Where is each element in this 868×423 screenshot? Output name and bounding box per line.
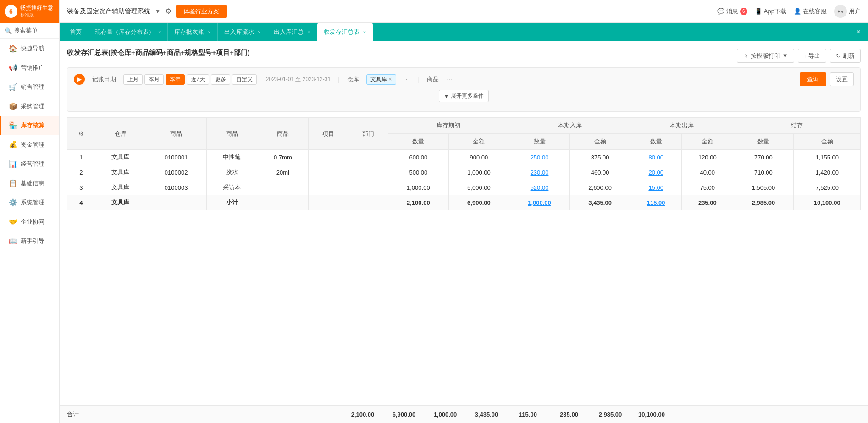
out-qty-cell[interactable]: 15.00 [630, 180, 682, 195]
tab-inout-summary[interactable]: 出入库汇总 × [267, 23, 317, 41]
in-qty-cell[interactable]: 1,000.00 [509, 195, 569, 210]
footer-values: 2,100.00 6,900.00 1,000.00 3,435.00 115.… [122, 411, 861, 418]
sidebar-item-inventory[interactable]: 🏪 库存核算 [0, 116, 59, 135]
project-cell [309, 165, 348, 180]
print-btn[interactable]: 🖨 按模版打印 ▼ [737, 49, 794, 63]
inventory-icon: 🏪 [9, 121, 17, 130]
date-btn-7days[interactable]: 近7天 [187, 74, 209, 85]
sidebar-item-quick-nav[interactable]: 🏠 快捷导航 [0, 39, 59, 58]
sidebar-item-marketing[interactable]: 📢 营销推广 [0, 58, 59, 77]
tab-close-inout-summary[interactable]: × [307, 29, 310, 35]
warehouse-cell: 文具库 [95, 165, 146, 180]
date-btn-this-month[interactable]: 本月 [144, 74, 164, 85]
dept-cell [348, 150, 388, 165]
table-row: 2文具库0100002胶水20ml500.001,000.00230.00460… [67, 165, 861, 180]
in-qty-cell[interactable]: 520.00 [509, 180, 569, 195]
seq-cell: 4 [67, 195, 95, 210]
sidebar-item-purchase[interactable]: 📦 采购管理 [0, 97, 59, 116]
balance-qty-cell: 770.00 [733, 150, 794, 165]
tab-close-receive-summary[interactable]: × [363, 29, 366, 35]
name-cell: 中性笔 [206, 150, 257, 165]
system-icon: ⚙️ [9, 198, 17, 207]
in-amt-cell: 2,600.00 [570, 180, 630, 195]
out-qty-cell[interactable]: 80.00 [630, 150, 682, 165]
sidebar-item-label: 营销推广 [21, 64, 44, 72]
seq-cell: 1 [67, 150, 95, 165]
logo-icon: 6 [5, 5, 17, 18]
in-qty-cell[interactable]: 230.00 [509, 165, 569, 180]
date-btn-more[interactable]: 更多 [211, 74, 230, 85]
expand-arrow-btn[interactable]: ▶ [74, 74, 85, 85]
th-balance-qty: 数量 [733, 134, 794, 150]
footer-balance-qty: 2,985.00 [590, 411, 631, 418]
spec-cell [257, 195, 309, 210]
tab-batch-account[interactable]: 库存批次账 × [168, 23, 217, 41]
app-download-item[interactable]: 📱 App下载 [755, 7, 786, 16]
code-cell: 0100002 [146, 165, 206, 180]
warehouse-label: 仓库 [347, 75, 359, 83]
tab-close-inout-flow[interactable]: × [258, 29, 260, 35]
th-spec: 商品 [257, 118, 309, 150]
tab-inout-flow[interactable]: 出入库流水 × [218, 23, 267, 41]
goods-more-dots[interactable]: ··· [446, 76, 453, 82]
tab-bar-close-btn[interactable]: × [853, 28, 864, 36]
sidebar-item-label: 库存核算 [21, 121, 44, 130]
refresh-label: 刷新 [843, 52, 855, 60]
tab-home-label: 首页 [70, 28, 82, 36]
sidebar-item-operations[interactable]: 📊 经营管理 [0, 154, 59, 174]
th-name: 商品 [206, 118, 257, 150]
sidebar-item-system[interactable]: ⚙️ 系统管理 [0, 193, 59, 212]
sidebar-item-finance[interactable]: 💰 资金管理 [0, 135, 59, 154]
header-left: 装备及固定资产辅助管理系统 ▼ ⚙ 体验行业方案 [67, 5, 227, 18]
refresh-btn[interactable]: ↻ 刷新 [830, 49, 861, 63]
opening-qty-cell: 2,100.00 [388, 195, 448, 210]
opening-qty-cell: 500.00 [388, 165, 448, 180]
sidebar-item-label: 销售管理 [21, 83, 44, 91]
date-label: 记账日期 [92, 75, 116, 83]
out-qty-cell[interactable]: 20.00 [630, 165, 682, 180]
tab-home[interactable]: 首页 [63, 23, 88, 41]
settings-text-btn[interactable]: 设置 [830, 72, 854, 86]
opening-amt-cell: 900.00 [448, 150, 509, 165]
header-dropdown[interactable]: ▼ [155, 8, 160, 15]
message-badge: 6 [740, 8, 747, 15]
tab-batch-account-label: 库存批次账 [174, 28, 204, 36]
opening-amt-cell: 5,000.00 [448, 180, 509, 195]
th-opening-qty: 数量 [388, 134, 448, 150]
project-cell [309, 195, 348, 210]
out-qty-cell[interactable]: 115.00 [630, 195, 682, 210]
balance-amt-cell: 10,100.00 [794, 195, 861, 210]
experience-btn[interactable]: 体验行业方案 [176, 5, 227, 18]
header-settings-icon[interactable]: ⚙ [165, 7, 171, 16]
tab-close-inventory-dist[interactable]: × [158, 29, 161, 35]
expand-more-conditions-btn[interactable]: ▼ 展开更多条件 [439, 90, 489, 102]
export-btn[interactable]: ↑ 导出 [798, 49, 827, 63]
project-cell [309, 150, 348, 165]
footer-in-amt: 3,435.00 [466, 411, 507, 418]
tab-inventory-dist[interactable]: 现存量（库存分布表） × [88, 23, 168, 41]
tab-inventory-dist-label: 现存量（库存分布表） [95, 28, 155, 36]
sidebar-item-enterprise[interactable]: 🤝 企业协同 [0, 212, 59, 231]
query-btn[interactable]: 查询 [800, 72, 826, 86]
th-settings[interactable]: ⚙ [67, 118, 95, 150]
search-menu[interactable]: 🔍 搜索菜单 [0, 23, 59, 39]
in-qty-cell[interactable]: 250.00 [509, 150, 569, 165]
user-item[interactable]: Ea 用户 [834, 5, 861, 18]
sidebar-item-sales[interactable]: 🛒 销售管理 [0, 77, 59, 97]
date-btn-this-year[interactable]: 本年 [166, 74, 185, 85]
sidebar-item-guide[interactable]: 📖 新手引导 [0, 231, 59, 251]
online-service-item[interactable]: 👤 在线客服 [794, 7, 827, 16]
message-item[interactable]: 💬 消息 6 [717, 7, 747, 16]
tab-receive-summary[interactable]: 收发存汇总表 × [317, 23, 373, 41]
name-cell: 胶水 [206, 165, 257, 180]
warehouse-more-dots[interactable]: ··· [404, 76, 411, 82]
sales-icon: 🛒 [9, 83, 17, 91]
seq-cell: 2 [67, 165, 95, 180]
tab-close-batch-account[interactable]: × [208, 29, 210, 35]
warehouse-tag-close-btn[interactable]: × [389, 76, 392, 82]
guide-icon: 📖 [9, 237, 17, 245]
date-btn-custom[interactable]: 自定义 [232, 74, 257, 85]
sidebar-item-label: 新手引导 [21, 237, 44, 245]
date-btn-prev-month[interactable]: 上月 [123, 74, 143, 85]
sidebar-item-basic[interactable]: 📋 基础信息 [0, 174, 59, 193]
